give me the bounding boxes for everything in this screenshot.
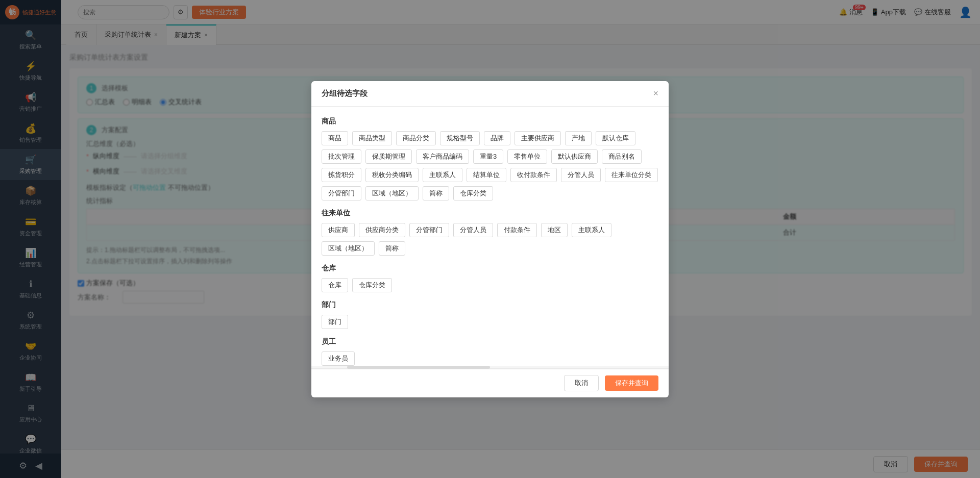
field-tag-0-15[interactable]: 拣货积分 bbox=[322, 168, 361, 182]
field-tag-0-4[interactable]: 品牌 bbox=[484, 131, 510, 145]
field-tag-0-3[interactable]: 规格型号 bbox=[440, 131, 480, 145]
section-title-1: 往来单位 bbox=[322, 209, 658, 218]
field-tag-0-8[interactable]: 批次管理 bbox=[322, 149, 361, 164]
field-tag-0-14[interactable]: 商品别名 bbox=[602, 149, 642, 164]
field-tag-4-0[interactable]: 业务员 bbox=[322, 351, 355, 366]
modal-close-button[interactable]: × bbox=[653, 88, 658, 99]
field-tag-0-5[interactable]: 主要供应商 bbox=[514, 131, 561, 145]
field-tag-1-6[interactable]: 主联系人 bbox=[572, 223, 611, 237]
field-tag-1-2[interactable]: 分管部门 bbox=[409, 223, 449, 237]
field-tag-1-8[interactable]: 简称 bbox=[379, 241, 405, 256]
field-tag-0-21[interactable]: 往来单位分类 bbox=[605, 168, 658, 182]
field-tag-0-19[interactable]: 收付款条件 bbox=[510, 168, 557, 182]
section-title-4: 员工 bbox=[322, 337, 658, 346]
modal-title: 分组待选字段 bbox=[322, 89, 368, 98]
section-title-0: 商品 bbox=[322, 117, 658, 126]
field-tag-0-24[interactable]: 简称 bbox=[423, 186, 449, 200]
field-tag-0-1[interactable]: 商品类型 bbox=[352, 131, 392, 145]
field-grid-0: 商品商品类型商品分类规格型号品牌主要供应商产地默认仓库批次管理保质期管理客户商品… bbox=[322, 131, 658, 200]
modal-footer: 取消 保存并查询 bbox=[311, 369, 669, 397]
field-grid-4: 业务员 bbox=[322, 351, 658, 366]
field-tag-0-25[interactable]: 仓库分类 bbox=[453, 186, 493, 200]
field-tag-1-4[interactable]: 付款条件 bbox=[497, 223, 537, 237]
cancel-button[interactable]: 取消 bbox=[564, 375, 599, 391]
field-tag-0-11[interactable]: 重量3 bbox=[473, 149, 503, 164]
field-tag-0-12[interactable]: 零售单位 bbox=[507, 149, 547, 164]
field-tag-0-6[interactable]: 产地 bbox=[565, 131, 592, 145]
field-tag-1-5[interactable]: 地区 bbox=[541, 223, 568, 237]
field-tag-0-16[interactable]: 税收分类编码 bbox=[365, 168, 419, 182]
field-tag-0-9[interactable]: 保质期管理 bbox=[365, 149, 412, 164]
field-tag-1-7[interactable]: 区域（地区） bbox=[322, 241, 375, 256]
field-tag-0-0[interactable]: 商品 bbox=[322, 131, 348, 145]
field-tag-0-17[interactable]: 主联系人 bbox=[423, 168, 462, 182]
save-query-button[interactable]: 保存并查询 bbox=[605, 375, 658, 391]
field-tag-0-20[interactable]: 分管人员 bbox=[561, 168, 601, 182]
field-grid-2: 仓库仓库分类 bbox=[322, 278, 658, 292]
field-tag-0-2[interactable]: 商品分类 bbox=[396, 131, 436, 145]
field-tag-2-0[interactable]: 仓库 bbox=[322, 278, 348, 292]
modal-dialog: 分组待选字段 × 商品商品商品类型商品分类规格型号品牌主要供应商产地默认仓库批次… bbox=[311, 81, 669, 397]
field-tag-1-1[interactable]: 供应商分类 bbox=[359, 223, 405, 237]
field-tag-0-22[interactable]: 分管部门 bbox=[322, 186, 361, 200]
modal-body: 商品商品商品类型商品分类规格型号品牌主要供应商产地默认仓库批次管理保质期管理客户… bbox=[311, 107, 669, 366]
field-tag-3-0[interactable]: 部门 bbox=[322, 315, 348, 329]
field-tag-0-7[interactable]: 默认仓库 bbox=[596, 131, 635, 145]
field-tag-0-10[interactable]: 客户商品编码 bbox=[416, 149, 469, 164]
modal-overlay: 分组待选字段 × 商品商品商品类型商品分类规格型号品牌主要供应商产地默认仓库批次… bbox=[0, 0, 980, 478]
field-grid-1: 供应商供应商分类分管部门分管人员付款条件地区主联系人区域（地区）简称 bbox=[322, 223, 658, 256]
field-grid-3: 部门 bbox=[322, 315, 658, 329]
field-tag-2-1[interactable]: 仓库分类 bbox=[352, 278, 392, 292]
field-tag-0-23[interactable]: 区域（地区） bbox=[365, 186, 419, 200]
field-tag-1-3[interactable]: 分管人员 bbox=[453, 223, 493, 237]
field-tag-0-13[interactable]: 默认供应商 bbox=[551, 149, 598, 164]
section-title-2: 仓库 bbox=[322, 264, 658, 273]
section-title-3: 部门 bbox=[322, 300, 658, 310]
modal-header: 分组待选字段 × bbox=[311, 81, 669, 107]
field-tag-1-0[interactable]: 供应商 bbox=[322, 223, 355, 237]
field-tag-0-18[interactable]: 结算单位 bbox=[467, 168, 506, 182]
